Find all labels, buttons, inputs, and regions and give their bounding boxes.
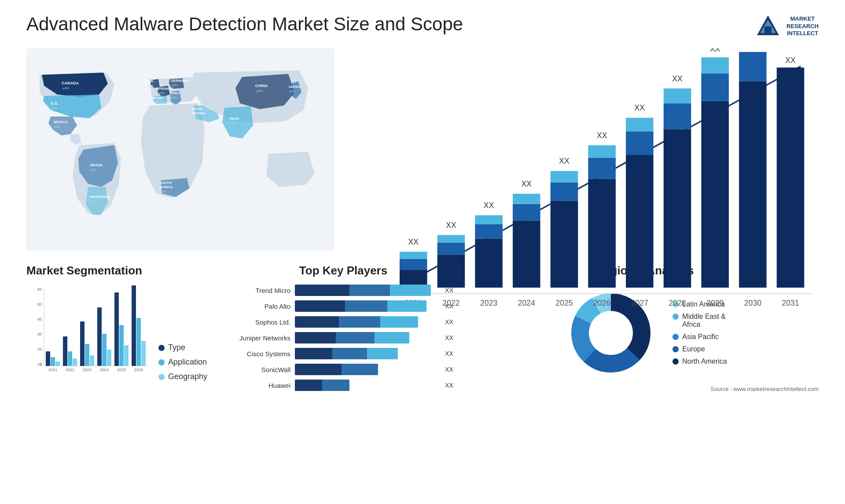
player-bar-wrap (295, 348, 438, 359)
svg-text:xx%: xx% (54, 125, 60, 129)
svg-text:2026: 2026 (134, 368, 143, 372)
svg-text:50: 50 (37, 302, 42, 307)
svg-text:20: 20 (37, 347, 42, 351)
svg-text:2022: 2022 (442, 299, 459, 307)
svg-rect-70 (701, 101, 729, 288)
svg-rect-74 (739, 81, 767, 288)
segmentation-title: Market Segmentation (26, 264, 216, 278)
svg-text:AFRICA: AFRICA (159, 185, 173, 189)
svg-text:2024: 2024 (100, 368, 109, 372)
legend-geography-label: Geography (168, 372, 207, 381)
svg-rect-119 (124, 345, 129, 366)
player-value: XX (445, 334, 453, 341)
svg-text:MEXICO: MEXICO (54, 120, 68, 124)
svg-text:2028: 2028 (669, 299, 686, 307)
svg-rect-58 (588, 179, 616, 288)
svg-text:U.K.: U.K. (147, 79, 154, 83)
growth-chart-svg: XX XX XX XX XX (370, 48, 819, 324)
svg-rect-105 (46, 351, 50, 366)
player-name: Sophos Ltd. (233, 318, 290, 326)
svg-text:XX: XX (785, 56, 796, 65)
svg-text:SPAIN: SPAIN (153, 96, 164, 100)
svg-rect-75 (739, 52, 767, 81)
svg-rect-55 (551, 183, 578, 201)
svg-text:GERMANY: GERMANY (171, 79, 189, 83)
svg-text:30: 30 (37, 332, 42, 336)
svg-rect-51 (513, 204, 540, 221)
player-row: Palo Alto XX (233, 300, 453, 312)
svg-rect-68 (664, 88, 691, 103)
svg-rect-64 (626, 118, 654, 131)
svg-text:xx%: xx% (171, 96, 176, 99)
svg-text:xx%: xx% (51, 106, 57, 110)
svg-rect-59 (588, 158, 616, 179)
player-name: Trend Micro (233, 287, 290, 294)
svg-text:0: 0 (40, 362, 42, 367)
svg-rect-113 (90, 355, 94, 366)
player-name: Huawei (233, 382, 290, 389)
svg-rect-112 (85, 344, 89, 366)
svg-text:xx%: xx% (193, 116, 198, 119)
svg-rect-40 (400, 252, 427, 259)
svg-text:2025: 2025 (117, 368, 126, 372)
svg-text:xx%: xx% (161, 190, 166, 193)
player-bar-wrap (295, 285, 438, 296)
svg-rect-108 (63, 336, 67, 366)
top-section: CANADA xx% U.S. xx% MEXICO xx% BRAZIL xx… (26, 48, 819, 251)
svg-rect-2 (764, 26, 772, 35)
svg-rect-117 (114, 292, 119, 366)
segmentation-chart: 60 50 40 30 20 10 0 (26, 285, 150, 381)
legend-type: Type (158, 343, 207, 352)
svg-text:2027: 2027 (631, 299, 648, 307)
svg-text:ARABIA: ARABIA (191, 111, 205, 115)
svg-rect-107 (55, 362, 60, 366)
player-bar-wrap (295, 300, 438, 312)
legend-europe-label: Europe (682, 345, 705, 353)
svg-text:XX: XX (446, 221, 456, 230)
player-row: Sophos Ltd. XX (233, 316, 453, 328)
player-bar (295, 380, 349, 391)
svg-text:XX: XX (597, 131, 607, 140)
player-bar (295, 364, 378, 375)
legend-type-dot (158, 345, 165, 351)
svg-rect-39 (400, 259, 427, 270)
player-value: XX (445, 382, 453, 389)
player-bar-wrap (295, 380, 438, 391)
segmentation-chart-area: 60 50 40 30 20 10 0 (26, 285, 216, 381)
svg-text:2023: 2023 (480, 299, 497, 307)
svg-text:CHINA: CHINA (255, 84, 268, 88)
svg-text:xx%: xx% (90, 200, 97, 204)
svg-rect-52 (513, 194, 540, 204)
svg-text:CANADA: CANADA (62, 81, 79, 85)
svg-rect-56 (551, 171, 578, 183)
svg-text:40: 40 (37, 317, 42, 321)
svg-text:SOUTH: SOUTH (159, 181, 172, 185)
svg-rect-42 (437, 255, 465, 288)
svg-text:xx%: xx% (62, 86, 69, 90)
svg-rect-106 (51, 357, 55, 366)
player-name: Juniper Networks (233, 334, 290, 342)
bar-chart-container: XX XX XX XX XX (352, 48, 819, 251)
svg-text:INDIA: INDIA (230, 117, 239, 121)
svg-rect-67 (664, 103, 691, 129)
svg-rect-48 (475, 215, 503, 224)
svg-text:2026: 2026 (593, 299, 610, 307)
svg-text:FRANCE: FRANCE (158, 87, 173, 91)
svg-rect-47 (475, 224, 503, 239)
player-bar (295, 300, 426, 312)
player-bar-wrap (295, 364, 438, 375)
svg-text:2023: 2023 (83, 368, 92, 372)
legend-application: Application (158, 358, 207, 367)
svg-rect-50 (513, 221, 540, 288)
legend-application-label: Application (168, 358, 207, 367)
svg-text:2021: 2021 (48, 368, 57, 372)
svg-rect-77 (777, 68, 805, 288)
page-container: Advanced Malware Detection Market Size a… (0, 0, 845, 504)
player-bar (295, 348, 398, 359)
player-bar-wrap (295, 332, 438, 343)
legend-europe: Europe (672, 345, 727, 353)
svg-text:XX: XX (522, 179, 532, 188)
svg-text:2024: 2024 (518, 299, 535, 307)
legend-north-america: North America (672, 358, 727, 365)
svg-rect-71 (701, 73, 729, 101)
